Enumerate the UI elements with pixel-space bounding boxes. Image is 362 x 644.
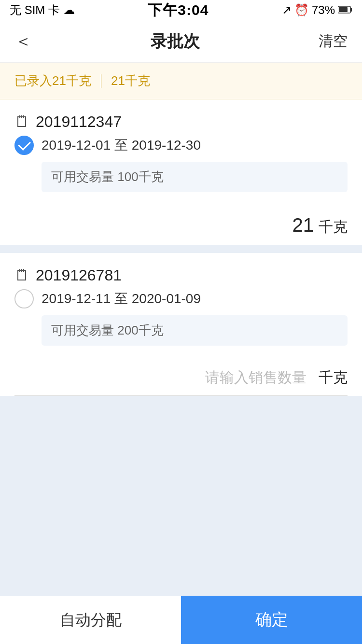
batch-date-2: 2019-12-11 至 2020-01-09: [42, 290, 201, 308]
status-time: 下午3:04: [148, 0, 209, 20]
batch-id-1: 2019112347: [36, 113, 122, 131]
batch-row-1: 2019-12-01 至 2019-12-30: [14, 136, 348, 155]
amount-number-1: 21: [292, 214, 314, 236]
quantity-input-2[interactable]: [169, 369, 314, 386]
batch-date-1: 2019-12-01 至 2019-12-30: [42, 136, 201, 154]
status-left: 无 SIM 卡 ☁: [10, 2, 75, 18]
batch-card-2: 🗒 2019126781 2019-12-11 至 2020-01-09 可用交…: [0, 253, 362, 396]
summary-divider: [101, 74, 101, 88]
section-divider: [0, 245, 362, 253]
content-area: 已录入21千克 21千克 🗒 2019112347 2019-12-01 至 2…: [0, 63, 362, 596]
status-right: ↗ ⏰ 73%: [282, 3, 352, 17]
battery-percent: 73%: [312, 3, 335, 17]
input-unit-2: 千克: [319, 368, 348, 388]
summary-value: 21千克: [111, 72, 150, 89]
empty-area: [0, 396, 362, 596]
batch-available-1: 可用交易量 100千克: [51, 169, 164, 184]
batch-doc-icon-1: 🗒: [14, 113, 30, 131]
confirm-button[interactable]: 确定: [181, 596, 362, 644]
status-bar: 无 SIM 卡 ☁ 下午3:04 ↗ ⏰ 73%: [0, 0, 362, 20]
entered-label: 已录入21千克: [14, 72, 91, 89]
radio-checked-1[interactable]: [14, 136, 34, 155]
batch-item-2: 🗒 2019126781 2019-12-11 至 2020-01-09 可用交…: [0, 253, 362, 360]
batch-card-1: 🗒 2019112347 2019-12-01 至 2019-12-30 可用交…: [0, 99, 362, 245]
svg-rect-2: [339, 7, 348, 12]
page-title: 录批次: [151, 30, 200, 53]
clear-button[interactable]: 清空: [319, 31, 348, 51]
batch-qty-box-2: 可用交易量 200千克: [42, 315, 348, 346]
batch-item-1: 🗒 2019112347 2019-12-01 至 2019-12-30 可用交…: [0, 99, 362, 207]
summary-bar: 已录入21千克 21千克: [0, 63, 362, 99]
batch-available-2: 可用交易量 200千克: [51, 323, 164, 337]
location-icon: ↗: [282, 3, 292, 17]
radio-unchecked-2[interactable]: [14, 289, 34, 308]
batch-qty-box-1: 可用交易量 100千克: [42, 162, 348, 192]
back-button[interactable]: ＜: [14, 29, 32, 53]
bottom-bar: 自动分配 确定: [0, 596, 362, 644]
batch-id-2: 2019126781: [36, 266, 122, 284]
batch-header-1: 🗒 2019112347: [14, 113, 348, 131]
svg-rect-1: [350, 8, 352, 12]
no-sim-label: 无 SIM 卡 ☁: [10, 2, 75, 18]
input-row-2: 千克: [0, 360, 362, 395]
batch-row-2: 2019-12-11 至 2020-01-09: [14, 289, 348, 308]
nav-bar: ＜ 录批次 清空: [0, 20, 362, 63]
amount-row-1: 21 千克: [0, 207, 362, 245]
battery-icon: [338, 3, 352, 17]
auto-distribute-button[interactable]: 自动分配: [0, 596, 181, 644]
alarm-icon: ⏰: [294, 3, 309, 17]
batch-header-2: 🗒 2019126781: [14, 266, 348, 284]
batch-doc-icon-2: 🗒: [14, 266, 30, 284]
amount-unit-1: 千克: [319, 217, 348, 237]
